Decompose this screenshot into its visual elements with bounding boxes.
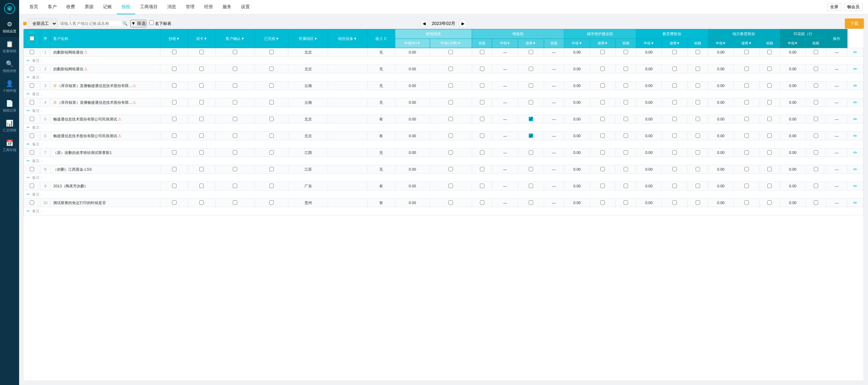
check-input[interactable] [672,167,677,171]
yi-wanshu-input[interactable] [269,184,274,188]
qingka-input[interactable] [199,184,204,188]
pencil-icon[interactable]: ✏ [27,75,30,79]
nav-tax[interactable]: 报税 [117,0,135,14]
check-input[interactable] [744,67,749,71]
row-checkbox[interactable] [30,100,34,104]
check-input[interactable] [696,100,700,104]
check-input[interactable] [449,83,453,88]
nav-invoice[interactable]: 票据 [80,0,98,14]
mingdanbiao-checkbox[interactable] [149,20,154,25]
qingka-input[interactable] [199,167,204,171]
check-input[interactable] [767,167,772,171]
next-month-btn[interactable]: ▶ [459,19,467,28]
nav-bookkeeping[interactable]: 记账 [98,0,117,14]
edit-icon[interactable]: ✏ [853,183,857,189]
check-input[interactable] [672,100,677,104]
check-input[interactable] [600,184,605,188]
check-input[interactable] [744,50,749,54]
edit-icon[interactable]: ✏ [853,116,857,122]
pencil-icon[interactable]: ✏ [27,142,30,146]
sidebar-item-baoshui-liulan[interactable]: 🔍 报税浏览 [0,57,19,76]
kehu-queren-input[interactable] [233,100,237,104]
check-input[interactable] [449,150,453,155]
kehu-queren-input[interactable] [233,83,237,88]
kehu-queren-input[interactable] [233,67,237,71]
kehu-queren-input[interactable] [233,200,237,205]
check-input[interactable] [624,117,628,121]
check-input[interactable] [529,200,533,205]
search-input[interactable] [60,21,122,26]
check-input[interactable] [529,83,533,88]
nav-charge[interactable]: 收费 [61,0,80,14]
nav-operation[interactable]: 经营 [199,0,218,14]
sidebar-item-piliang-baoshui[interactable]: 📋 批量报税 [0,37,19,57]
download-button[interactable]: 下载 [845,18,864,29]
nav-manage[interactable]: 管理 [181,0,199,14]
edit-icon[interactable]: ✏ [853,66,857,72]
check-input[interactable] [480,167,484,171]
check-input[interactable] [767,100,772,104]
yi-wanshu-input[interactable] [269,133,274,138]
pencil-icon[interactable]: ✏ [27,125,30,129]
check-input[interactable] [744,117,749,121]
check-input[interactable] [600,133,605,138]
row-checkbox[interactable] [30,184,34,188]
check-input[interactable] [449,117,453,121]
chaoshui-input[interactable] [172,200,176,205]
check-input[interactable] [696,167,700,171]
kehu-queren-input[interactable] [233,133,237,138]
check-input[interactable] [814,83,818,88]
check-input[interactable] [814,184,818,188]
check-input[interactable] [744,83,749,88]
pencil-icon[interactable]: ✏ [27,58,30,62]
check-input[interactable] [744,150,749,155]
chaoshui-input[interactable] [172,117,176,121]
sidebar-item-gongjian-nianbao[interactable]: 📅 工商年报 [0,136,19,156]
check-input[interactable] [672,200,677,205]
edit-icon[interactable]: ✏ [853,49,857,55]
pencil-icon[interactable]: ✏ [27,109,30,113]
row-checkbox[interactable] [30,200,34,205]
check-input[interactable] [449,50,453,54]
edit-icon[interactable]: ✏ [853,100,857,105]
qingka-input[interactable] [199,133,204,138]
check-input[interactable] [600,117,605,121]
chaoshui-input[interactable] [172,184,176,188]
check-input[interactable] [480,67,484,71]
chaoshui-input[interactable] [172,83,176,88]
row-checkbox[interactable] [30,150,34,155]
check-input[interactable] [767,133,772,138]
check-input[interactable] [480,133,484,138]
chaoshui-input[interactable] [172,50,176,54]
pencil-icon[interactable]: ✏ [27,175,30,180]
check-input[interactable] [696,200,700,205]
check-input[interactable] [624,184,628,188]
check-input[interactable] [449,200,453,205]
check-input[interactable] [449,67,453,71]
check-input[interactable] [744,133,749,138]
edit-icon[interactable]: ✏ [853,150,857,155]
check-input[interactable] [529,150,533,155]
membership-btn[interactable]: 畅会员 [844,3,863,11]
yi-wanshu-input[interactable] [269,67,274,71]
yi-wanshu-input[interactable] [269,167,274,171]
check-input[interactable] [814,100,818,104]
check-input[interactable] [814,117,818,121]
filter-button[interactable]: ▼ 筛选 [130,20,146,27]
check-input[interactable] [672,83,677,88]
check-input[interactable] [814,150,818,155]
edit-icon[interactable]: ✏ [853,167,857,172]
pencil-icon[interactable]: ✏ [27,209,30,213]
qingka-input[interactable] [199,200,204,205]
check-input[interactable] [624,100,628,104]
pencil-icon[interactable]: ✏ [27,192,30,196]
check-input[interactable] [600,100,605,104]
check-input[interactable] [624,50,628,54]
check-input[interactable] [744,167,749,171]
row-checkbox[interactable] [30,117,34,121]
chaoshui-input[interactable] [172,133,176,138]
check-input[interactable] [480,200,484,205]
check-input[interactable] [529,100,533,104]
yi-wanshu-input[interactable] [269,83,274,88]
kehu-queren-input[interactable] [233,167,237,171]
